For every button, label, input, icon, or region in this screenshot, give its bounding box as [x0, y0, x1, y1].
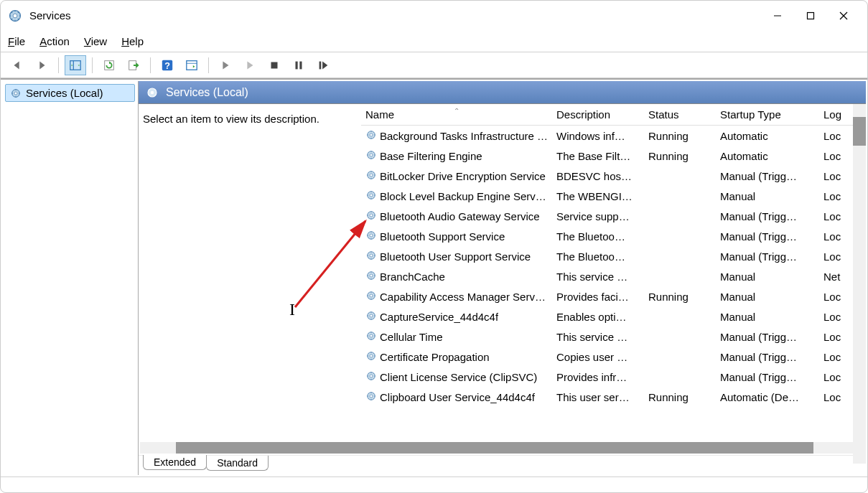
column-header-description[interactable]: Description [552, 108, 644, 121]
svg-point-23 [14, 92, 17, 95]
service-row[interactable]: Block Level Backup Engine ServiceThe WBE… [361, 186, 866, 206]
service-status: Running [644, 130, 716, 142]
start-service-button[interactable] [215, 55, 236, 75]
service-logon: Loc [819, 291, 855, 303]
restart-service-button[interactable] [312, 55, 334, 75]
service-row[interactable]: Background Tasks Infrastructure ServiceW… [361, 126, 866, 146]
help-button[interactable]: ? [157, 55, 178, 75]
gear-icon [365, 350, 380, 364]
export-list-button[interactable] [123, 55, 144, 75]
show-hide-tree-button[interactable] [65, 55, 86, 75]
svg-point-37 [370, 234, 373, 237]
column-header-startup[interactable]: Startup Type [716, 108, 819, 121]
menu-file[interactable]: File [8, 35, 25, 47]
service-row[interactable]: CaptureService_44d4c4fEnables opti…Manua… [361, 306, 866, 327]
menu-help[interactable]: Help [121, 35, 144, 47]
service-startup: Manual (Trigg… [716, 170, 819, 182]
service-description: Service supp… [552, 210, 644, 222]
svg-point-47 [370, 334, 373, 337]
service-name: CaptureService_44d4c4f [380, 311, 498, 323]
service-status: Running [644, 291, 716, 303]
svg-point-33 [370, 194, 373, 197]
tab-extended[interactable]: Extended [143, 455, 207, 470]
column-header-name[interactable]: Name ⌃ [361, 108, 552, 121]
service-logon: Loc [819, 351, 855, 363]
gear-icon [365, 270, 380, 283]
tree-item-services-local[interactable]: Services (Local) [5, 84, 135, 102]
service-name: Bluetooth User Support Service [380, 250, 531, 263]
main-area: Services (Local) Services (Local) Select… [1, 78, 867, 476]
service-description: This service … [552, 271, 644, 283]
svg-point-45 [370, 314, 373, 317]
refresh-button[interactable] [98, 55, 120, 75]
service-startup: Manual (Trigg… [716, 351, 819, 363]
service-startup: Automatic (De… [716, 391, 819, 403]
service-name: BitLocker Drive Encryption Service [380, 170, 546, 182]
service-name: Capability Access Manager Service [380, 291, 548, 303]
services-app-icon [8, 9, 22, 23]
service-startup: Automatic [716, 150, 819, 162]
close-button[interactable] [827, 4, 860, 27]
service-row[interactable]: Base Filtering EngineThe Base Filt…Runni… [361, 146, 866, 166]
pause-service-button[interactable] [288, 55, 309, 75]
gear-icon [365, 290, 380, 304]
stop-service-button[interactable] [263, 55, 285, 75]
menu-action[interactable]: Action [39, 35, 70, 47]
titlebar: Services [1, 1, 867, 31]
service-row[interactable]: Capability Access Manager ServiceProvide… [361, 286, 866, 306]
service-row[interactable]: BranchCacheThis service …ManualNet [361, 266, 866, 286]
resume-service-button[interactable] [239, 55, 261, 75]
gear-icon [365, 310, 380, 324]
service-logon: Loc [819, 150, 855, 162]
service-logon: Loc [819, 210, 855, 222]
scrollbar-thumb[interactable] [176, 442, 813, 454]
service-list[interactable]: Background Tasks Infrastructure ServiceW… [361, 126, 866, 442]
service-row[interactable]: Bluetooth Support ServiceThe Bluetoo…Man… [361, 226, 866, 246]
service-description: This service … [552, 331, 644, 343]
service-logon: Loc [819, 311, 855, 323]
tab-standard[interactable]: Standard [206, 456, 269, 471]
service-row[interactable]: Bluetooth User Support ServiceThe Blueto… [361, 246, 866, 266]
description-panel: Select an item to view its description. [139, 104, 361, 442]
minimize-button[interactable] [761, 4, 794, 27]
service-name: Client License Service (ClipSVC) [380, 371, 537, 383]
scrollbar-thumb[interactable] [853, 117, 866, 146]
service-row[interactable]: Certificate PropagationCopies user …Manu… [361, 347, 866, 367]
service-startup: Automatic [716, 130, 819, 142]
svg-point-31 [370, 174, 373, 177]
service-description: The Bluetoo… [552, 230, 644, 243]
service-row[interactable]: Cellular TimeThis service …Manual (Trigg… [361, 327, 866, 347]
sort-indicator-icon: ⌃ [454, 108, 459, 115]
service-row[interactable]: Client License Service (ClipSVC)Provides… [361, 367, 866, 387]
forward-button[interactable] [31, 55, 52, 75]
vertical-scrollbar[interactable] [853, 104, 866, 464]
toolbar: ? [1, 52, 867, 78]
panel-header: Services (Local) [139, 81, 866, 104]
service-name: Bluetooth Audio Gateway Service [380, 210, 540, 222]
svg-marker-9 [78, 65, 80, 66]
properties-button[interactable] [181, 55, 202, 75]
svg-rect-15 [187, 60, 197, 70]
service-description: The Bluetoo… [552, 250, 644, 263]
svg-point-25 [151, 90, 154, 94]
gear-icon [365, 250, 380, 263]
maximize-button[interactable] [794, 4, 827, 27]
menubar: File Action View Help [1, 31, 867, 52]
service-row[interactable]: BitLocker Drive Encryption ServiceBDESVC… [361, 166, 866, 186]
service-description: This user ser… [552, 391, 644, 403]
service-row[interactable]: Bluetooth Audio Gateway ServiceService s… [361, 206, 866, 226]
service-name: BranchCache [380, 271, 445, 283]
column-header-logon[interactable]: Log [819, 108, 855, 121]
service-logon: Net [819, 271, 855, 283]
svg-point-29 [370, 154, 373, 156]
menu-view[interactable]: View [84, 35, 107, 47]
gear-icon [365, 129, 380, 143]
svg-point-35 [370, 214, 373, 217]
horizontal-scrollbar[interactable] [140, 442, 864, 454]
column-header-status[interactable]: Status [644, 108, 716, 121]
service-row[interactable]: Clipboard User Service_44d4c4fThis user … [361, 387, 866, 407]
service-description: Copies user … [552, 351, 644, 363]
service-logon: Loc [819, 331, 855, 343]
back-button[interactable] [6, 55, 28, 75]
gear-icon [365, 169, 380, 183]
